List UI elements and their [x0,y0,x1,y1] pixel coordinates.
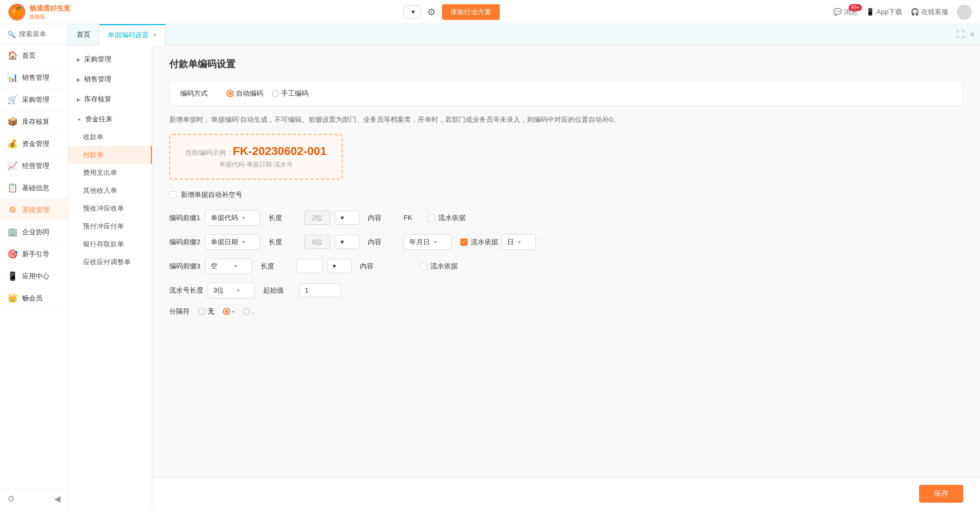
prefix2-arrow-icon: ▾ [242,239,245,245]
sidebar-item-home[interactable]: 🏠 首页 [0,45,68,67]
sidebar-item-system[interactable]: ⚙ 系统管理 [0,199,68,221]
start-value-input[interactable] [299,283,341,297]
length3-field: 长度 ▾ [261,259,352,273]
stream2-unit: 日 [507,237,514,247]
sidebar-item-operations[interactable]: 📈 经营管理 [0,155,68,177]
stream3-field: 流水依据 [420,262,458,271]
tab-fullscreen-button[interactable]: ⛶ [956,30,965,39]
sep-dash-radio-btn[interactable] [223,308,230,315]
sidebar-item-label: 经营管理 [22,161,49,171]
prefix2-label: 编码前缀2 [169,237,201,247]
auto-encode-radio[interactable]: 自动编码 [226,89,263,98]
serial-length-select[interactable]: 3位 ▾ [208,283,255,298]
nav-group-inventory-label: 库存核算 [84,95,111,104]
sales-icon: 📊 [7,72,18,82]
tab-window-close-button[interactable]: × [970,30,975,39]
stream2-field: 流水依据 日 ▾ [460,234,536,250]
nav-item-bank-deposit[interactable]: 银行存取款单 [68,235,152,253]
length3-unit-select[interactable]: ▾ [327,259,352,273]
sep-none-radio[interactable]: 无 [198,307,214,316]
nav-group-capital-title[interactable]: ▼ 资金往来 [68,110,152,128]
nav-item-other-income[interactable]: 其他收入单 [68,182,152,200]
length3-input[interactable] [296,259,323,273]
nav-item-advance-receivable[interactable]: 预收冲应收单 [68,200,152,217]
sidebar-item-label: 采购管理 [22,95,49,105]
online-service-label: 在线客服 [921,7,948,17]
tab-close-icon[interactable]: × [153,32,157,39]
length2-input[interactable] [304,235,331,249]
messages-badge: 99+ [849,4,862,11]
chevron-down-icon: ▾ [341,238,344,246]
content2-select[interactable]: 年月日 ▾ [404,234,452,250]
prefix3-select[interactable]: 空 ▾ [205,258,252,274]
system-icon: ⚙ [7,205,18,215]
nav-item-payment[interactable]: 付款单 [68,146,152,164]
sep-none-radio-btn[interactable] [198,308,205,315]
length2-field: 长度 ▾ [269,235,359,249]
sidebar-item-label: 畅会员 [22,294,43,303]
stream2-label: 流水依据 [471,237,498,247]
workspace-dropdown[interactable]: ▾ [404,5,421,18]
length2-unit-select[interactable]: ▾ [335,235,359,249]
app-download-button[interactable]: 📱 App下载 [866,7,902,17]
form-footer: 保存 [152,477,980,509]
serial-length-label: 流水号长度 [169,286,203,295]
settings-button[interactable]: ⚙ [427,6,436,18]
search-menu[interactable]: 🔍 搜索菜单 [0,24,68,45]
stream1-checkbox[interactable] [428,214,435,222]
sep-dot-radio-btn[interactable] [243,308,250,315]
sep-none-label: 无 [208,307,214,316]
auto-encode-label: 自动编码 [236,89,263,98]
sidebar-item-apps[interactable]: 📱 应用中心 [0,265,68,287]
content3-label: 内容 [360,262,391,271]
auto-encode-radio-btn[interactable] [226,90,234,97]
length1-input[interactable] [304,211,331,225]
content2-arrow-icon: ▾ [434,239,437,245]
sidebar-item-newbie[interactable]: 🎯 新手引导 [0,243,68,265]
sidebar-settings-button[interactable]: ⚙ [7,494,15,504]
auto-fill-checkbox[interactable] [169,191,177,199]
sidebar-item-label: 资金管理 [22,139,49,149]
preview-box: 当前编码示例：FK-20230602-001 单据代码-单据日期-流水号 [169,134,343,180]
content3-field: 内容 [360,262,411,271]
preview-desc: 单据代码-单据日期-流水号 [185,160,327,169]
trial-button[interactable]: 体验行业方案 [442,4,500,20]
sidebar-item-enterprise[interactable]: 🏢 企业协同 [0,221,68,243]
sep-dot-radio[interactable]: . [243,307,254,315]
nav-group-capital-label: 资金往来 [85,115,112,124]
nav-item-expense[interactable]: 费用支出单 [68,164,152,182]
messages-button[interactable]: 💬 消息 99+ [833,7,858,17]
manual-encode-radio[interactable]: 手工编码 [272,89,308,98]
length1-unit-select[interactable]: ▾ [335,211,359,225]
length1-label: 长度 [269,213,300,223]
stream1-field: 流水依据 [428,213,466,223]
prefix2-select[interactable]: 单据日期 ▾ [205,234,260,250]
avatar[interactable] [957,5,972,19]
prefix1-label: 编码前缀1 [169,213,201,223]
sep-dash-radio[interactable]: - [223,307,234,315]
nav-item-payable-adjustment[interactable]: 应收应付调整单 [68,253,152,271]
sidebar-item-inventory[interactable]: 📦 库存核算 [0,111,68,133]
stream2-checkbox[interactable] [460,238,468,246]
prefix1-select[interactable]: 单据代码 ▾ [205,210,260,226]
nav-item-advance-payable[interactable]: 预付冲应付单 [68,217,152,235]
sidebar-item-sales[interactable]: 📊 销售管理 [0,67,68,89]
nav-group-inventory-title[interactable]: ▶ 库存核算 [68,90,152,108]
tab-encoding[interactable]: 单据编码设置 × [99,24,166,45]
prefix2-field: 编码前缀2 单据日期 ▾ [169,234,260,250]
sidebar-item-capital[interactable]: 💰 资金管理 [0,133,68,155]
nav-group-sales-title[interactable]: ▶ 销售管理 [68,70,152,88]
secondary-nav: ▶ 采购管理 ▶ 销售管理 ▶ 库存核算 [68,45,152,509]
stream2-unit-select[interactable]: 日 ▾ [501,234,536,250]
sidebar-collapse-button[interactable]: ◀ [54,494,60,504]
stream3-checkbox[interactable] [420,263,427,270]
save-button[interactable]: 保存 [919,485,963,503]
nav-group-purchase-title[interactable]: ▶ 采购管理 [68,50,152,68]
nav-item-receipt[interactable]: 收款单 [68,128,152,146]
tab-home[interactable]: 首页 [68,24,99,45]
sidebar-item-member[interactable]: 👑 畅会员 [0,287,68,309]
sidebar-item-basic[interactable]: 📋 基础信息 [0,177,68,199]
online-service-button[interactable]: 🎧 在线客服 [911,7,948,17]
manual-encode-radio-btn[interactable] [272,90,279,97]
sidebar-item-purchase[interactable]: 🛒 采购管理 [0,89,68,111]
